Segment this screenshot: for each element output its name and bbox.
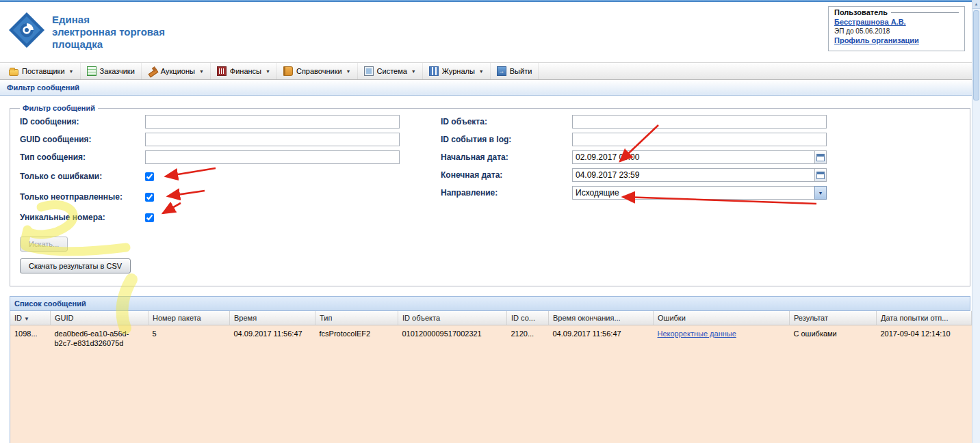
text-input[interactable] — [572, 115, 827, 129]
column-label: Тип — [320, 314, 332, 322]
column-header-attempt[interactable]: Дата попытки отп... — [877, 311, 972, 325]
column-header-type[interactable]: Тип — [315, 311, 398, 325]
system-icon — [364, 66, 374, 76]
chevron-down-icon: ▼ — [411, 69, 416, 74]
column-label: GUID — [55, 314, 74, 322]
checkbox[interactable] — [145, 193, 154, 202]
menu-item-suppliers[interactable]: Поставщики▼ — [3, 63, 81, 79]
direction-select[interactable]: Исходящие▼ — [572, 186, 827, 200]
scrollbar-thumb[interactable] — [973, 10, 979, 100]
field-label: Только с ошибками: — [20, 172, 145, 181]
menu-item-label: Поставщики — [22, 67, 65, 75]
column-label: Результат — [794, 314, 828, 322]
user-box-title: Пользователь — [834, 8, 888, 16]
app-title: Единая электронная торговая площадка — [52, 14, 165, 51]
menu-item-customers[interactable]: Заказчики — [81, 63, 142, 79]
select-value: Исходящие — [572, 186, 814, 200]
cell-id_so: 2120... — [507, 325, 549, 443]
chevron-down-icon: ▼ — [818, 191, 823, 196]
filter-row: ID события в log: — [441, 131, 960, 148]
cell-end_time: 04.09.2017 11:56:47 — [549, 325, 654, 443]
column-header-object_id[interactable]: ID объекта — [398, 311, 507, 325]
filter-panel: Фильтр сообщений ID сообщения:GUID сообщ… — [10, 104, 970, 286]
journal-icon — [429, 66, 439, 76]
cell-object_id: 0101200009517002321 — [398, 325, 507, 443]
error-link[interactable]: Некорректные данные — [658, 330, 736, 338]
menu-item-label: Аукционы — [161, 67, 195, 75]
menu-item-exit[interactable]: Выйти — [491, 63, 539, 79]
menu-item-label: Заказчики — [100, 67, 135, 75]
column-label: ID со... — [511, 314, 535, 322]
date-input[interactable] — [572, 168, 814, 182]
column-label: Время окончания... — [553, 314, 621, 322]
column-label: ID — [14, 314, 22, 322]
date-input[interactable] — [572, 150, 814, 164]
column-header-id[interactable]: ID▼ — [10, 311, 51, 325]
cell-packet: 5 — [149, 325, 230, 443]
calendar-button[interactable] — [814, 168, 827, 182]
user-name-link[interactable]: Бесстрашнова А.В. — [834, 18, 906, 26]
table-row[interactable]: 1098...dea0bed6-ea10-a56d-b2c7-e831d3260… — [10, 325, 972, 443]
app-header: Единая электронная торговая площадка Пол… — [0, 2, 980, 62]
column-header-result[interactable]: Результат — [790, 311, 877, 325]
menu-item-label: Выйти — [510, 67, 532, 75]
filter-row: Конечная дата: — [441, 167, 960, 183]
menu-item-system[interactable]: Система▼ — [358, 63, 423, 79]
text-input[interactable] — [145, 150, 400, 164]
org-profile-link[interactable]: Профиль организации — [834, 36, 919, 44]
date-field — [572, 168, 827, 182]
calendar-button[interactable] — [814, 150, 827, 164]
page-title: Фильтр сообщений — [0, 80, 980, 96]
filter-row: ID сообщения: — [20, 113, 441, 130]
menu-item-journals[interactable]: Журналы▼ — [423, 63, 491, 79]
chevron-down-icon: ▼ — [199, 69, 204, 74]
field-label: Уникальные номера: — [20, 213, 145, 222]
checkbox[interactable] — [145, 213, 154, 222]
column-header-end_time[interactable]: Время окончания... — [549, 311, 654, 325]
column-label: Ошибки — [658, 314, 686, 322]
menu-item-finance[interactable]: Финансы▼ — [211, 63, 277, 79]
vertical-scrollbar[interactable]: ▲ — [972, 0, 980, 443]
text-input[interactable] — [145, 133, 400, 146]
column-label: ID объекта — [402, 314, 440, 322]
bank-icon — [217, 66, 227, 76]
column-label: Номер пакета — [153, 314, 201, 322]
column-label: Дата попытки отп... — [881, 314, 948, 322]
menu-item-label: Финансы — [230, 67, 261, 75]
chevron-down-icon: ▼ — [69, 69, 74, 74]
field-label: Направление: — [441, 188, 572, 198]
date-field — [572, 150, 827, 164]
checkbox[interactable] — [145, 172, 154, 181]
cert-note: ЭП до 05.06.2018 — [834, 27, 959, 35]
filter-row: Уникальные номера: — [20, 208, 441, 227]
cell-result: С ошибками — [790, 325, 877, 443]
filter-col-left: ID сообщения:GUID сообщения:Тип сообщени… — [20, 113, 441, 228]
menu-item-directories[interactable]: Справочники▼ — [277, 63, 358, 79]
filter-row: Тип сообщения: — [20, 149, 441, 165]
filter-legend: Фильтр сообщений — [20, 104, 98, 112]
filter-col-right: ID объекта:ID события в log:Начальная да… — [441, 113, 960, 228]
menu-item-auctions[interactable]: Аукционы▼ — [142, 63, 211, 79]
filter-row: ID объекта: — [441, 113, 960, 130]
column-header-packet[interactable]: Номер пакета — [149, 311, 230, 325]
calendar-icon — [816, 154, 825, 161]
filter-grid: ID сообщения:GUID сообщения:Тип сообщени… — [20, 113, 960, 228]
download-csv-button[interactable]: Скачать результаты в CSV — [20, 258, 131, 273]
text-input[interactable] — [145, 115, 400, 129]
cell-errors: Некорректные данные — [654, 325, 790, 443]
scroll-up-icon[interactable]: ▲ — [972, 0, 980, 9]
column-header-errors[interactable]: Ошибки — [654, 311, 790, 325]
cell-attempt: 2017-09-04 12:14:10 — [877, 325, 972, 443]
search-button[interactable]: Искать... — [20, 237, 68, 252]
menu-bar: Поставщики▼ЗаказчикиАукционы▼Финансы▼Спр… — [0, 62, 980, 80]
chevron-down-icon: ▼ — [479, 69, 484, 74]
combo-trigger-button[interactable]: ▼ — [814, 186, 827, 200]
column-header-guid[interactable]: GUID — [51, 311, 149, 325]
column-header-id_so[interactable]: ID со... — [507, 311, 549, 325]
column-header-time[interactable]: Время — [230, 311, 315, 325]
text-input[interactable] — [572, 133, 827, 146]
cell-id: 1098... — [10, 325, 51, 443]
messages-grid-panel: Список сообщений ID▼GUIDНомер пакетаВрем… — [10, 296, 970, 443]
field-label: ID объекта: — [441, 117, 572, 126]
app-title-line: площадка — [52, 38, 165, 51]
